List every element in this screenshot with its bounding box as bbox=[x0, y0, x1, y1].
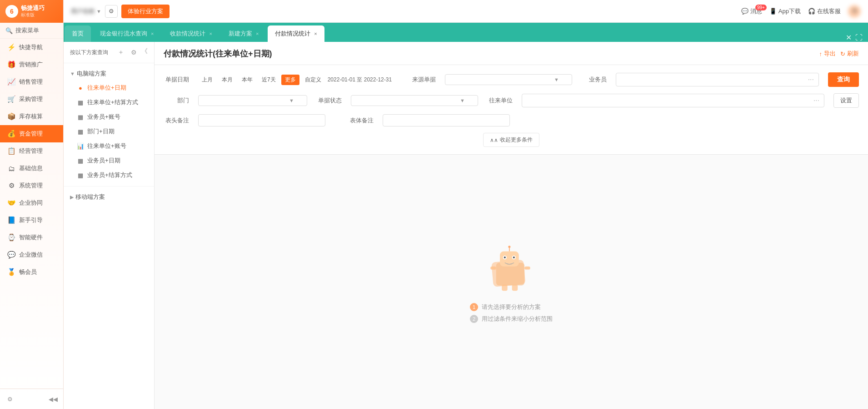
sidebar-item-label: 系统管理 bbox=[19, 182, 43, 190]
query-btn[interactable]: 查询 bbox=[828, 72, 859, 87]
trial-btn[interactable]: 体验行业方案 bbox=[121, 5, 170, 18]
staff-input[interactable]: ··· bbox=[616, 73, 819, 86]
svg-rect-9 bbox=[490, 266, 496, 269]
shortcut-more[interactable]: 更多 bbox=[281, 75, 299, 85]
tab-home[interactable]: 首页 bbox=[65, 25, 91, 42]
plan-item-unit-account[interactable]: 📊 往来单位+账号 bbox=[64, 139, 154, 153]
sidebar-item-label: 营销推广 bbox=[19, 61, 43, 69]
plan-item-staff-account[interactable]: ▦ 业务员+账号 bbox=[64, 110, 154, 124]
sidebar-item-hardware[interactable]: ⌚ 智能硬件 bbox=[0, 229, 63, 246]
desktop-section-header[interactable]: ▼ 电脑端方案 bbox=[64, 67, 154, 81]
left-panel-settings-btn[interactable]: ⚙ bbox=[129, 47, 139, 57]
tab-receipts[interactable]: 收款情况统计 × bbox=[163, 25, 219, 42]
sidebar-item-label: 销售管理 bbox=[19, 78, 43, 86]
counterpart-input[interactable]: ··· bbox=[522, 94, 824, 107]
sidebar-item-enterprise[interactable]: 🤝 企业协同 bbox=[0, 194, 63, 212]
filter-row-1: 单据日期 上月 本月 本年 近7天 更多 自定义 2022-01-01 至 20… bbox=[164, 72, 859, 87]
marketing-icon: 🎁 bbox=[7, 61, 15, 69]
tab-bank-flow-label: 现金银行流水查询 bbox=[100, 30, 147, 38]
inventory-icon: 📦 bbox=[7, 112, 15, 121]
user-info[interactable]: 用户名称 ▼ bbox=[71, 7, 101, 15]
service-btn[interactable]: 🎧 在线客服 bbox=[808, 7, 841, 15]
mobile-section-header[interactable]: ▶ 移动端方案 bbox=[64, 190, 154, 204]
svg-point-8 bbox=[508, 246, 510, 248]
operations-icon: 📋 bbox=[7, 147, 15, 155]
shortcut-last-month[interactable]: 上月 bbox=[198, 75, 216, 85]
sidebar-settings-btn[interactable]: ⚙ bbox=[4, 393, 16, 405]
sidebar-item-operations[interactable]: 📋 经营管理 bbox=[0, 142, 63, 160]
dept-select-arrow: ▼ bbox=[289, 98, 294, 103]
sidebar-item-sales[interactable]: 📈 销售管理 bbox=[0, 73, 63, 91]
export-btn[interactable]: ↑ 导出 bbox=[819, 50, 836, 58]
svg-rect-12 bbox=[512, 284, 518, 290]
note-header-input[interactable] bbox=[198, 114, 325, 126]
sidebar: 6 畅捷通巧 标准版 🔍 搜索菜单 ⚡ 快捷导航 🎁 营销推广 📈 销售管理 🛒… bbox=[0, 0, 64, 409]
avatar[interactable]: 用 bbox=[848, 5, 861, 18]
sidebar-nav: ⚡ 快捷导航 🎁 营销推广 📈 销售管理 🛒 采购管理 📦 库存核算 💰 资金管… bbox=[0, 39, 63, 389]
sidebar-item-weixin[interactable]: 💬 企业微信 bbox=[0, 246, 63, 263]
sidebar-collapse-btn[interactable]: ◀◀ bbox=[47, 393, 60, 405]
sidebar-item-label: 采购管理 bbox=[19, 95, 43, 103]
empty-hint-2: 2 用过滤条件来缩小分析范围 bbox=[470, 315, 553, 323]
tab-receipts-close[interactable]: × bbox=[209, 31, 212, 36]
tab-bank-flow-close[interactable]: × bbox=[151, 31, 154, 36]
export-label: 导出 bbox=[824, 50, 836, 58]
sidebar-item-inventory[interactable]: 📦 库存核算 bbox=[0, 108, 63, 125]
msg-btn[interactable]: 💬 消息 99+ bbox=[741, 7, 762, 15]
sidebar-item-finance[interactable]: 💰 资金管理 bbox=[0, 125, 63, 142]
app-download-btn[interactable]: 📱 App下载 bbox=[769, 7, 801, 15]
header-settings-btn[interactable]: ⚙ bbox=[105, 5, 118, 18]
hint-text-2: 用过滤条件来缩小分析范围 bbox=[482, 315, 553, 323]
tab-bank-flow[interactable]: 现金银行流水查询 × bbox=[93, 25, 161, 42]
sidebar-bottom: ⚙ ◀◀ bbox=[0, 389, 63, 409]
sidebar-item-member[interactable]: 🏅 畅会员 bbox=[0, 263, 63, 281]
tab-payment-stats[interactable]: 付款情况统计 × bbox=[268, 25, 324, 42]
sidebar-item-label: 快捷导航 bbox=[19, 43, 43, 51]
guide-icon: 📘 bbox=[7, 216, 15, 224]
note-body-input[interactable] bbox=[383, 114, 510, 126]
settings-btn[interactable]: 设置 bbox=[833, 93, 859, 108]
sidebar-item-guide[interactable]: 📘 新手引导 bbox=[0, 212, 63, 229]
source-select[interactable]: ▼ bbox=[445, 74, 572, 85]
plan-label-staff-account: 业务员+账号 bbox=[87, 113, 120, 121]
collapse-btn[interactable]: ∧∧ 收起更多条件 bbox=[483, 133, 539, 147]
refresh-btn[interactable]: ↻ 刷新 bbox=[840, 50, 859, 58]
sidebar-item-quick-nav[interactable]: ⚡ 快捷导航 bbox=[0, 39, 63, 56]
dept-select[interactable]: ▼ bbox=[198, 95, 307, 106]
plan-item-staff-settlement[interactable]: ▦ 业务员+结算方式 bbox=[64, 168, 154, 182]
plan-item-unit-settlement[interactable]: ▦ 往来单位+结算方式 bbox=[64, 95, 154, 110]
plan-label-unit-date: 往来单位+日期 bbox=[87, 84, 126, 92]
staff-dots: ··· bbox=[808, 76, 814, 84]
voucher-status-select[interactable]: ▼ bbox=[351, 95, 478, 106]
sidebar-item-basic[interactable]: 🗂 基础信息 bbox=[0, 160, 63, 177]
export-icon: ↑ bbox=[819, 50, 823, 57]
sidebar-item-purchase[interactable]: 🛒 采购管理 bbox=[0, 91, 63, 108]
shortcut-custom[interactable]: 自定义 bbox=[301, 75, 325, 85]
search-menu[interactable]: 🔍 搜索菜单 bbox=[0, 23, 63, 39]
plan-icon-unit-account: 📊 bbox=[76, 142, 85, 150]
sidebar-item-marketing[interactable]: 🎁 营销推广 bbox=[0, 56, 63, 73]
service-label: 在线客服 bbox=[817, 7, 841, 15]
shortcut-this-year[interactable]: 本年 bbox=[238, 75, 256, 85]
tab-new-plan[interactable]: 新建方案 × bbox=[221, 25, 266, 42]
plan-item-staff-date[interactable]: ▦ 业务员+日期 bbox=[64, 153, 154, 168]
svg-point-6 bbox=[513, 256, 515, 258]
tab-payment-stats-close[interactable]: × bbox=[314, 31, 317, 36]
plan-item-dept-date[interactable]: ▦ 部门+日期 bbox=[64, 124, 154, 139]
tab-new-plan-close[interactable]: × bbox=[256, 31, 259, 36]
sidebar-item-label: 新手引导 bbox=[19, 216, 43, 224]
plan-icon-dept-date: ▦ bbox=[76, 127, 85, 136]
empty-state: 1 请先选择要分析的方案 2 用过滤条件来缩小分析范围 bbox=[155, 155, 868, 409]
tab-expand-btn[interactable]: ⛶ bbox=[855, 34, 863, 42]
collapse-icon: ∧∧ bbox=[490, 137, 498, 143]
note-header-control bbox=[198, 114, 325, 126]
shortcut-this-month[interactable]: 本月 bbox=[218, 75, 236, 85]
plan-item-unit-date[interactable]: ● 往来单位+日期 bbox=[64, 81, 154, 95]
tab-close-all-btn[interactable]: ✕ bbox=[846, 33, 852, 42]
sidebar-item-system[interactable]: ⚙ 系统管理 bbox=[0, 177, 63, 194]
svg-point-5 bbox=[504, 256, 506, 258]
left-panel-add-btn[interactable]: ＋ bbox=[116, 47, 126, 57]
left-panel: 按以下方案查询 ＋ ⚙ 《 ▼ 电脑端方案 ● 往来单位+日期 ▦ bbox=[64, 42, 155, 409]
left-panel-collapse-btn[interactable]: 《 bbox=[141, 47, 148, 57]
shortcut-7days[interactable]: 近7天 bbox=[258, 75, 279, 85]
